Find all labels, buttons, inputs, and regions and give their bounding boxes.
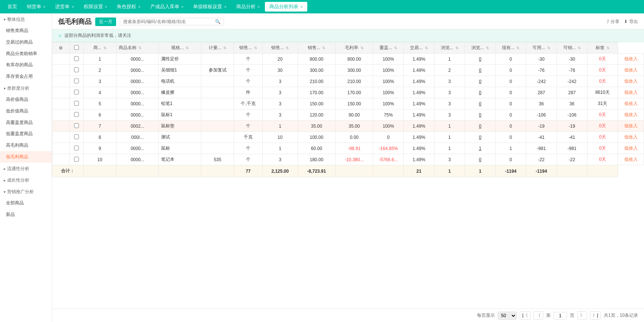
th-trade[interactable]: 交易... ⇅ [404, 42, 434, 54]
th-tag[interactable]: 标签 ⇅ [587, 42, 618, 54]
sidebar-group-overall[interactable]: ▾ 整体信息 [0, 13, 52, 25]
th-settings[interactable]: ⚙ [52, 42, 70, 54]
row-code: 000/... [116, 132, 159, 143]
row-select[interactable] [74, 101, 79, 106]
row-view1[interactable]: 0 [465, 121, 495, 132]
row-settings [52, 109, 70, 121]
sidebar-item-traded-goods[interactable]: 交易过的商品 [0, 36, 52, 48]
row-view1[interactable]: 0 [465, 65, 495, 76]
filter-button[interactable]: 近一月 [95, 17, 116, 26]
row-view1[interactable]: 0 [465, 109, 495, 121]
row-select[interactable] [74, 112, 79, 117]
sidebar-group-marketing[interactable]: ▾ 营销推广分析 [0, 186, 52, 197]
nav-home[interactable]: 首页 [3, 2, 22, 12]
th-available[interactable]: 可用... ⇅ [526, 42, 557, 54]
footer-gross [335, 165, 373, 177]
table-container[interactable]: ⚙ 商... ⇅ 商品名称 ⇅ 规格... ⇅ 计量... ⇅ 销售... ⇅ … [52, 42, 644, 309]
sidebar-item-high-profit[interactable]: 高毛利商品 [0, 140, 52, 151]
row-checkbox[interactable] [69, 65, 83, 76]
th-spec[interactable]: 规格... ⇅ [158, 42, 201, 54]
row-view1[interactable]: 1 [465, 143, 495, 154]
row-view1[interactable]: 0 [465, 154, 495, 165]
row-checkbox[interactable] [69, 54, 83, 65]
row-select[interactable] [74, 56, 79, 61]
sidebar-item-inventory-capital[interactable]: 库存资金占用 [0, 71, 52, 82]
export-button[interactable]: ⬇ 导出 [624, 19, 638, 25]
th-sale-profit[interactable]: 销售... ⇅ [298, 42, 335, 54]
row-checkbox[interactable] [69, 154, 83, 165]
row-view1[interactable]: 0 [465, 132, 495, 143]
row-view1[interactable]: 0 [465, 76, 495, 87]
row-coverage: 1.49% [404, 121, 434, 132]
row-select[interactable] [74, 134, 79, 139]
row-name: 鼠标垫 [158, 121, 201, 132]
nav-product-analysis[interactable]: 商品分析 × [232, 2, 264, 12]
row-tag: 低收入 [618, 143, 644, 154]
row-view1[interactable]: 0 [465, 87, 495, 98]
sidebar-item-low-value[interactable]: 低价值商品 [0, 105, 52, 117]
row-checkbox[interactable] [69, 132, 83, 143]
page-number-input[interactable] [554, 312, 567, 319]
row-select[interactable] [74, 79, 79, 83]
first-page-button[interactable]: |〈 [520, 311, 531, 320]
row-checkbox[interactable] [69, 87, 83, 98]
prev-page-button[interactable]: 〈 [534, 311, 543, 320]
nav-purchase[interactable]: 进货单 × [51, 2, 78, 12]
th-code[interactable]: 商... ⇅ [83, 42, 116, 54]
nav-product-analysis-list[interactable]: 商品分析列表 × [265, 2, 307, 12]
row-checkbox[interactable] [69, 76, 83, 87]
sidebar-item-low-coverage[interactable]: 低覆盖度商品 [0, 128, 52, 140]
row-select[interactable] [74, 90, 79, 95]
th-current[interactable]: 现有... ⇅ [496, 42, 526, 54]
nav-template-settings[interactable]: 单据模板设置 × [189, 2, 231, 12]
sidebar-item-new-goods[interactable]: 新品 [0, 209, 52, 220]
search-icon[interactable]: 🔍 [215, 19, 221, 24]
sidebar-group-circulation[interactable]: ▸ 流通性分析 [0, 163, 52, 174]
next-page-button[interactable]: 〉 [577, 311, 587, 320]
nav-role-auth[interactable]: 角色授权 × [112, 2, 145, 12]
sidebar-item-low-profit[interactable]: 低毛利商品 [0, 151, 52, 163]
row-checkbox[interactable] [69, 143, 83, 154]
row-select[interactable] [74, 123, 79, 128]
sidebar-group-growth[interactable]: ▸ 成长性分析 [0, 174, 52, 186]
page-size-select[interactable]: 50 100 200 [498, 312, 517, 320]
row-checkbox[interactable] [69, 98, 83, 109]
nav-product-inbound[interactable]: 产成品入库单 × [146, 2, 188, 12]
row-trade: 3 [434, 154, 465, 165]
row-spec [201, 54, 234, 65]
sidebar-item-high-value[interactable]: 高价值商品 [0, 94, 52, 105]
sidebar-item-high-coverage[interactable]: 高覆盖度商品 [0, 117, 52, 128]
row-sale-count: 3 [262, 87, 298, 98]
nav-sales-order[interactable]: 销货单 × [22, 2, 50, 12]
th-view2[interactable]: 浏览... ⇅ [465, 42, 495, 54]
row-gross-rate: 100% [373, 87, 404, 98]
nav-permissions[interactable]: 权限设置 × [79, 2, 112, 12]
th-sale-price[interactable]: 销售... ⇅ [262, 42, 298, 54]
search-input[interactable] [123, 19, 215, 24]
sidebar-group-cluster[interactable]: ▾ 类群度分析 [0, 82, 52, 94]
row-view1[interactable]: 0 [465, 54, 495, 65]
sidebar-item-category-rate[interactable]: 商品分类助销率 [0, 48, 52, 60]
th-sale-count[interactable]: 销售... ⇅ [234, 42, 262, 54]
row-select[interactable] [74, 146, 79, 150]
share-button[interactable]: ⤴ 分享 [607, 19, 619, 25]
th-checkbox[interactable] [69, 42, 83, 54]
sidebar-item-sales-goods[interactable]: 销售类商品 [0, 25, 52, 36]
row-select[interactable] [74, 157, 79, 162]
th-unit[interactable]: 计量... ⇅ [201, 42, 234, 54]
row-sale-profit: 170.00 [335, 87, 373, 98]
row-checkbox[interactable] [69, 121, 83, 132]
th-name[interactable]: 商品名称 ⇅ [116, 42, 159, 54]
th-gross-rate[interactable]: 毛利率 ⇅ [335, 42, 373, 54]
select-all-checkbox[interactable] [74, 45, 79, 50]
th-coverage[interactable]: 覆盖... ⇅ [373, 42, 404, 54]
th-saleable[interactable]: 可销... ⇅ [557, 42, 587, 54]
sidebar-item-inventory-goods[interactable]: 有库存的商品 [0, 59, 52, 71]
row-checkbox[interactable] [69, 109, 83, 121]
nav-close-sales[interactable]: × [42, 4, 45, 9]
row-select[interactable] [74, 67, 79, 72]
last-page-button[interactable]: 〉| [590, 311, 601, 320]
row-view1[interactable]: 0 [465, 98, 495, 109]
th-view1[interactable]: 浏览... ⇅ [434, 42, 465, 54]
sidebar-item-all-goods[interactable]: 全部商品 [0, 197, 52, 209]
